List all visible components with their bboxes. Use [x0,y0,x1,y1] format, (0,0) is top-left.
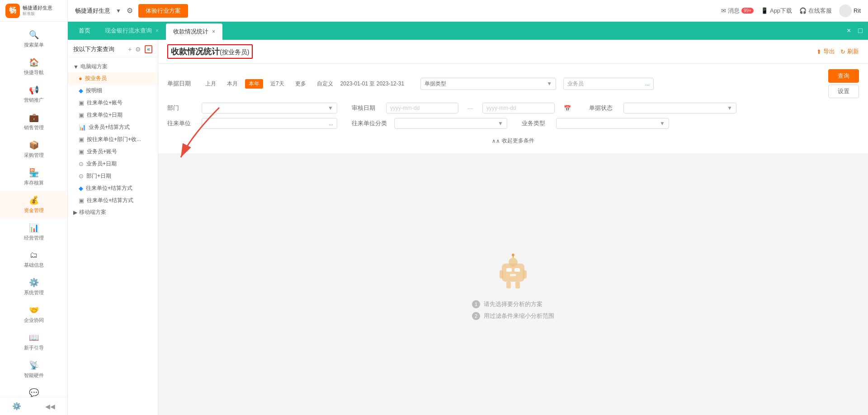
sidebar-bottom: ⚙️ ◀◀ [0,397,67,415]
sidebar-item-guide[interactable]: 📖 新手引导 [0,328,67,356]
plan-item-partner-date[interactable]: ▣ 往来单位+日期 [68,109,158,121]
plan-item-by-staff[interactable]: ● 按业务员 [68,72,158,85]
step-2-text: 用过滤条件来缩小分析范围 [484,310,554,322]
dept-select[interactable]: ▼ [202,103,337,113]
plan-group-mobile-header[interactable]: ▶ 移动端方案 [68,207,158,218]
sidebar-item-hardware[interactable]: 📡 智能硬件 [0,356,67,383]
review-date-start-input[interactable]: yyyy-mm-dd [386,103,458,113]
tab-bank-close[interactable]: × [156,28,159,34]
date-btn-7days[interactable]: 近7天 [267,79,288,89]
sidebar-item-quicknav[interactable]: 🏠 快捷导航 [0,53,67,80]
calendar-icon-start[interactable]: 📅 [564,105,571,112]
staff-more-icon[interactable]: ... [645,80,650,87]
export-button[interactable]: ⬆ 导出 [816,47,835,56]
plan-group-desktop-label: 电脑端方案 [80,63,108,71]
sidebar-label-marketing: 营销推广 [24,97,44,104]
empty-step-1: 1 请先选择要分析的方案 [472,298,554,310]
app-download-button[interactable]: 📱 App下载 [761,7,792,15]
plan-item-by-partner-dept[interactable]: ▣ 按往来单位+部门+收... [68,133,158,146]
filter-settings-button[interactable]: 设置 [828,85,859,98]
plan-item-icon-pd: ▣ [79,112,84,118]
collapse-icon: ∧∧ [492,138,500,144]
tab-home[interactable]: 首页 [71,22,98,40]
chevron-down-icon: ▼ [116,8,121,14]
sidebar-item-enterprise[interactable]: 🤝 企业协同 [0,301,67,328]
date-btn-custom[interactable]: 自定义 [313,79,337,89]
left-panel: 按以下方案查询 + ⚙ « ▼ 电脑端方案 [68,40,158,415]
plan-item-partner-settlement2[interactable]: ▣ 往来单位+结算方式 [68,194,158,207]
biz-type-select[interactable]: ▼ [556,118,669,129]
plan-group-mobile: ▶ 移动端方案 [68,207,158,218]
doc-status-select[interactable]: ▼ [623,103,736,113]
panel-collapse-button[interactable]: « [145,45,152,53]
collapse-bar[interactable]: ∧∧ 收起更多条件 [167,133,859,148]
left-panel-actions: + ⚙ « [128,45,152,53]
plan-item-staff-settlement[interactable]: 📊 业务员+结算方式 [68,121,158,133]
sidebar-collapse-icon[interactable]: ◀◀ [45,403,55,410]
plan-item-icon-staff: ● [79,75,82,82]
sidebar-label-inventory: 库存核算 [24,179,44,186]
online-service-button[interactable]: 🎧 在线客服 [799,7,832,15]
empty-steps: 1 请先选择要分析的方案 2 用过滤条件来缩小分析范围 [472,298,554,322]
doc-status-arrow: ▼ [727,105,732,111]
user-area[interactable]: Rit [839,5,861,17]
tab-bank[interactable]: 现金银行流水查询 × [98,22,166,40]
plan-item-staff-account[interactable]: ▣ 业务员+账号 [68,146,158,158]
left-panel-header: 按以下方案查询 + ⚙ « [68,40,158,57]
tab-receipt-close[interactable]: × [212,28,215,35]
sidebar-item-search[interactable]: 🔍 搜索菜单 [0,25,67,53]
date-btn-more[interactable]: 更多 [292,79,310,89]
wechat-icon: 💬 [29,388,39,397]
message-button[interactable]: ✉ 消息 99+ [721,7,754,15]
sidebar-label-system: 系统管理 [24,289,44,296]
sidebar-item-wechat[interactable]: 💬 企业微信 [0,383,67,397]
staff-select[interactable]: 业务员 ... [563,78,654,90]
sidebar-item-business[interactable]: 📊 经营管理 [0,218,67,246]
window-max-icon[interactable]: □ [856,25,864,37]
sidebar-item-basic[interactable]: 🗂 基础信息 [0,246,67,273]
partner-category-arrow: ▼ [498,120,503,127]
sidebar-item-system[interactable]: ⚙️ 系统管理 [0,273,67,301]
sidebar-item-marketing[interactable]: 📢 营销推广 [0,80,67,108]
plan-item-partner-settlement1[interactable]: ◆ 往来单位+结算方式 [68,182,158,194]
plan-group-mobile-label: 移动端方案 [79,208,106,216]
plan-settings-button[interactable]: ⚙ [135,46,141,53]
doc-type-arrow: ▼ [547,80,552,87]
filter-review-date-label: 审核日期 [352,104,379,112]
date-btn-this-month[interactable]: 本月 [223,79,241,89]
add-plan-button[interactable]: + [128,46,132,53]
partner-select[interactable]: ... [202,118,337,129]
plan-item-staff-date[interactable]: ⊙ 业务员+日期 [68,158,158,170]
doc-type-select[interactable]: 单据类型 ▼ [420,78,556,90]
sidebar-settings-icon[interactable]: ⚙️ [12,402,21,410]
app-icon: 📱 [761,7,768,14]
sidebar-item-finance[interactable]: 💰 资金管理 [0,191,67,218]
plan-item-dept-date[interactable]: ⊙ 部门+日期 [68,170,158,182]
plan-item-by-detail[interactable]: ◆ 按明细 [68,85,158,97]
app-logo: 畅 畅捷通好生意 标准版 [0,0,67,22]
plan-group-desktop-header[interactable]: ▼ 电脑端方案 [68,61,158,72]
plan-item-icon-pa: ▣ [79,99,84,106]
review-date-end-input[interactable]: yyyy-mm-dd [482,103,555,113]
topbar-gear-icon[interactable]: ⚙ [127,6,133,15]
query-button[interactable]: 查询 [828,69,859,83]
sidebar: 畅 畅捷通好生意 标准版 🔍 搜索菜单 🏠 快捷导航 📢 营销推广 💼 销售管理 [0,0,68,415]
trial-button[interactable]: 体验行业方案 [138,4,188,18]
topbar-dropdown[interactable]: ▼ [116,8,121,14]
plan-item-partner-account[interactable]: ▣ 往来单位+账号 [68,97,158,109]
sidebar-item-inventory[interactable]: 🏪 库存核算 [0,163,67,191]
date-btn-last-month[interactable]: 上月 [202,79,220,89]
refresh-button[interactable]: ↻ 刷新 [840,47,859,56]
tab-receipt[interactable]: 收款情况统计 × [166,24,222,40]
window-close-icon[interactable]: × [845,25,853,37]
sidebar-item-purchase[interactable]: 📦 采购管理 [0,136,67,163]
partner-more-icon[interactable]: ... [329,120,333,127]
sidebar-item-sales[interactable]: 💼 销售管理 [0,108,67,136]
topbar-breadcrumb: 畅捷通好生意 [75,7,110,15]
partner-category-select[interactable]: ▼ [394,118,507,129]
date-btn-this-year[interactable]: 本年 [245,79,263,89]
sidebar-label-purchase: 采购管理 [24,152,44,159]
finance-icon: 💰 [29,195,39,205]
tabs-right-actions: × □ [845,25,864,37]
step-1-text: 请先选择要分析的方案 [484,298,542,310]
